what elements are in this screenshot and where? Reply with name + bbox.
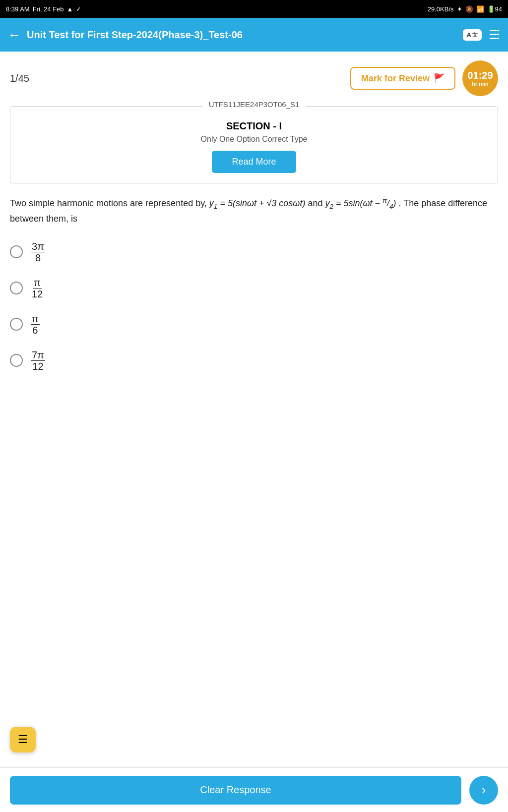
check-icon: ✓ xyxy=(76,5,81,13)
header-title: Unit Test for First Step-2024(Phase-3)_T… xyxy=(27,29,457,41)
fraction-c-den: 6 xyxy=(31,325,39,336)
question-text: Two simple harmonic motions are represen… xyxy=(10,195,498,226)
header: ← Unit Test for First Step-2024(Phase-3)… xyxy=(0,18,508,52)
bottom-bar: Clear Response › xyxy=(0,767,508,812)
language-button[interactable]: A 文 xyxy=(463,29,482,41)
option-b[interactable]: π 12 xyxy=(10,277,498,299)
fraction-b: π 12 xyxy=(31,277,44,299)
flag-icon: 🚩 xyxy=(434,73,444,84)
fraction-c-num: π xyxy=(31,313,40,325)
fraction-a-den: 8 xyxy=(34,252,42,263)
date: Fri, 24 Feb xyxy=(33,5,64,13)
section-subtitle: Only One Option Correct Type xyxy=(20,135,488,144)
section-code: UTFS11JEE24P3OT06_S1 xyxy=(203,100,306,109)
radio-a[interactable] xyxy=(10,245,23,258)
timer-value: 01:29 xyxy=(467,70,493,81)
timer: 01:29 hr min xyxy=(462,60,498,96)
equation-2: y2 = 5sin(ωt − π/4) xyxy=(325,198,398,208)
section-title: SECTION - I xyxy=(20,120,488,132)
option-b-text: π 12 xyxy=(31,277,44,299)
section-box-inner: SECTION - I Only One Option Correct Type… xyxy=(10,107,498,183)
status-bar: 8:39 AM Fri, 24 Feb ▲ ✓ 29.0KB/s ✦ 🔕 📶 🔋… xyxy=(0,0,508,18)
clear-response-button[interactable]: Clear Response xyxy=(10,776,461,805)
signal-icon: ▲ xyxy=(67,5,73,13)
time: 8:39 AM xyxy=(6,5,30,13)
mark-review-button[interactable]: Mark for Review 🚩 xyxy=(350,67,455,90)
wifi-icon: 📶 xyxy=(476,5,484,13)
next-icon: › xyxy=(482,782,486,798)
top-row: 1/45 Mark for Review 🚩 01:29 hr min xyxy=(10,60,498,96)
options-list: 3π 8 π 12 π 6 xyxy=(10,241,498,372)
lang-label: A xyxy=(467,31,471,39)
fraction-d: 7π 12 xyxy=(31,349,45,372)
status-left: 8:39 AM Fri, 24 Feb ▲ ✓ xyxy=(6,5,81,13)
radio-b[interactable] xyxy=(10,282,23,294)
option-d[interactable]: 7π 12 xyxy=(10,349,498,372)
option-d-text: 7π 12 xyxy=(31,349,45,372)
section-box: UTFS11JEE24P3OT06_S1 SECTION - I Only On… xyxy=(10,106,498,183)
fraction-d-num: 7π xyxy=(31,349,45,361)
fraction-b-num: π xyxy=(33,277,42,289)
equation-1: y1 = 5(sinωt + √3 cosωt) xyxy=(209,198,308,208)
fraction-d-den: 12 xyxy=(31,361,44,372)
question-count: 1/45 xyxy=(10,73,29,84)
floating-menu-button[interactable]: ☰ xyxy=(10,727,36,753)
timer-unit: hr min xyxy=(472,81,489,87)
option-c[interactable]: π 6 xyxy=(10,313,498,336)
bluetooth-icon: ✦ xyxy=(457,5,462,13)
radio-c[interactable] xyxy=(10,318,23,331)
battery-icon: 🔋94 xyxy=(487,5,502,13)
option-a-text: 3π 8 xyxy=(31,241,45,263)
fraction-c: π 6 xyxy=(31,313,40,336)
top-right: Mark for Review 🚩 01:29 hr min xyxy=(350,60,498,96)
next-button[interactable]: › xyxy=(469,776,498,805)
back-button[interactable]: ← xyxy=(8,27,21,43)
menu-button[interactable]: ☰ xyxy=(489,27,500,43)
lang-icon: 文 xyxy=(472,31,478,39)
option-c-text: π 6 xyxy=(31,313,40,336)
fraction-a: 3π 8 xyxy=(31,241,45,263)
floating-icon: ☰ xyxy=(18,733,28,746)
header-icons: A 文 ☰ xyxy=(463,27,500,43)
option-a[interactable]: 3π 8 xyxy=(10,241,498,263)
fraction-a-num: 3π xyxy=(31,241,45,252)
mute-icon: 🔕 xyxy=(465,5,473,13)
status-right: 29.0KB/s ✦ 🔕 📶 🔋94 xyxy=(428,5,502,13)
mark-review-label: Mark for Review xyxy=(361,73,430,84)
network-speed: 29.0KB/s xyxy=(428,5,454,13)
read-more-button[interactable]: Read More xyxy=(212,151,296,173)
radio-d[interactable] xyxy=(10,354,23,367)
main-content: 1/45 Mark for Review 🚩 01:29 hr min UTFS… xyxy=(0,52,508,436)
fraction-b-den: 12 xyxy=(31,289,44,299)
